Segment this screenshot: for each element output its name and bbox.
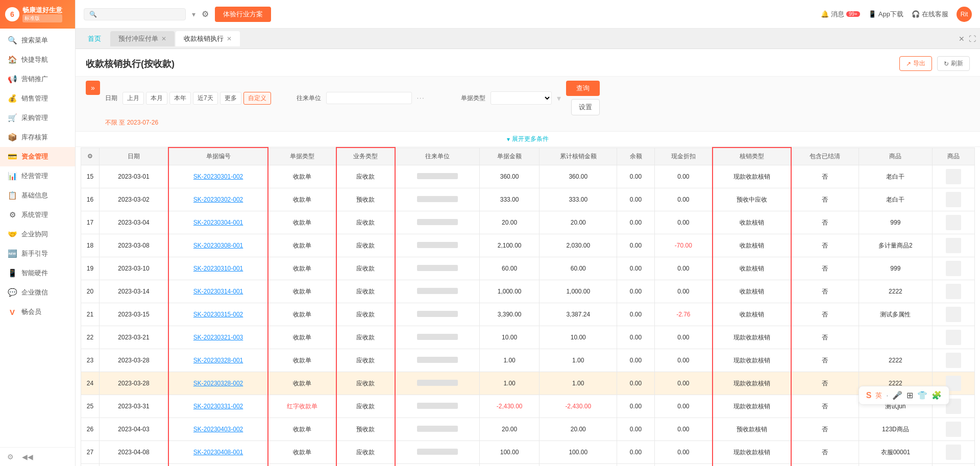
col-total-offset[interactable]: 累计核销金额 bbox=[540, 148, 617, 165]
sidebar-item-wechat[interactable]: 💬 企业微信 bbox=[0, 283, 75, 302]
settings-button[interactable]: 设置 bbox=[571, 99, 600, 115]
col-balance[interactable]: 余额 bbox=[617, 148, 655, 165]
bottom-settings-icon[interactable]: ⚙ bbox=[7, 453, 14, 461]
counterpart-input[interactable] bbox=[326, 92, 412, 104]
tab-home[interactable]: 首页 bbox=[80, 31, 109, 46]
sidebar-item-hardware[interactable]: 📱 智能硬件 bbox=[0, 263, 75, 283]
sidebar-item-sales[interactable]: 💰 销售管理 bbox=[0, 89, 75, 108]
sidebar-item-enterprise[interactable]: 🤝 企业协同 bbox=[0, 225, 75, 244]
col-product2[interactable]: 商品 bbox=[932, 148, 974, 165]
col-offset-type[interactable]: 核销类型 bbox=[713, 148, 791, 165]
date-btn-more[interactable]: 更多 bbox=[220, 92, 241, 105]
tab-payment-close-icon[interactable]: ✕ bbox=[161, 35, 166, 42]
sidebar-item-inventory[interactable]: 📦 库存核算 bbox=[0, 128, 75, 147]
cell-balance: 0.00 bbox=[617, 464, 655, 467]
watermark-puzzle-icon[interactable]: 🧩 bbox=[932, 390, 942, 400]
cell-total-offset: 100.00 bbox=[540, 464, 617, 467]
cell-no: 17 bbox=[81, 211, 100, 234]
col-counterpart[interactable]: 往来单位 bbox=[395, 148, 480, 165]
doc-no-link[interactable]: SK-20230403-002 bbox=[193, 426, 243, 433]
app-download-item[interactable]: 📱 App下载 bbox=[868, 10, 903, 19]
cell-offset-type: 现款收款核销 bbox=[713, 441, 791, 464]
sidebar-item-finance[interactable]: 💳 资金管理 bbox=[0, 147, 75, 166]
date-btn-this-month[interactable]: 本月 bbox=[146, 92, 167, 105]
date-btn-custom[interactable]: 自定义 bbox=[243, 92, 271, 105]
col-product[interactable]: 商品 bbox=[859, 148, 932, 165]
sidebar-item-shortcut[interactable]: 🏠 快捷导航 bbox=[0, 50, 75, 69]
refresh-button[interactable]: ↻ 刷新 bbox=[937, 56, 970, 71]
online-service-label: 在线客服 bbox=[922, 10, 948, 19]
doc-no-link[interactable]: SK-20230321-003 bbox=[193, 334, 243, 341]
watermark-grid-icon[interactable]: ⊞ bbox=[906, 390, 913, 400]
cell-cash-discount: 0.00 bbox=[654, 165, 713, 188]
query-button[interactable]: 查询 bbox=[566, 81, 600, 96]
notification-icon: 🔔 bbox=[821, 10, 829, 18]
notification-item[interactable]: 🔔 消息 99+ bbox=[821, 10, 860, 19]
doc-no-link[interactable]: SK-20230408-001 bbox=[193, 449, 243, 456]
doc-no-link[interactable]: SK-20230315-002 bbox=[193, 311, 243, 318]
expand-more-btn[interactable]: ▾ 展开更多条件 bbox=[507, 135, 549, 143]
tab-collection[interactable]: 收款核销执行 ✕ bbox=[176, 31, 240, 46]
topbar-gear-icon[interactable]: ⚙ bbox=[202, 9, 209, 19]
online-service-item[interactable]: 🎧 在线客服 bbox=[912, 10, 948, 19]
cell-date: 2023-03-15 bbox=[100, 303, 168, 326]
tab-collection-close-icon[interactable]: ✕ bbox=[227, 35, 232, 42]
date-btn-7days[interactable]: 近7天 bbox=[193, 92, 218, 105]
doc-no-link[interactable]: SK-20230302-002 bbox=[193, 196, 243, 203]
user-avatar[interactable]: Rit bbox=[957, 7, 972, 22]
solution-button[interactable]: 体验行业方案 bbox=[215, 7, 271, 22]
cell-balance: 0.00 bbox=[617, 418, 655, 441]
counterpart-dots[interactable]: ··· bbox=[417, 94, 425, 102]
expand-chevron-icon: ▾ bbox=[507, 136, 510, 143]
sidebar-item-member[interactable]: V 畅会员 bbox=[0, 302, 75, 322]
col-doc-type[interactable]: 单据类型 bbox=[268, 148, 336, 165]
col-doc-no[interactable]: 单据编号 bbox=[168, 148, 268, 165]
date-btn-last-month[interactable]: 上月 bbox=[122, 92, 144, 105]
voucher-type-select[interactable] bbox=[491, 91, 552, 105]
doc-no-link[interactable]: SK-20230310-001 bbox=[193, 265, 243, 272]
doc-no-link[interactable]: SK-20230304-001 bbox=[193, 219, 243, 226]
sidebar-item-operation[interactable]: 📊 经营管理 bbox=[0, 166, 75, 186]
sidebar-item-search[interactable]: 🔍 搜索菜单 bbox=[0, 31, 75, 50]
col-biz-type[interactable]: 业务类型 bbox=[336, 148, 395, 165]
sidebar-item-purchase[interactable]: 🛒 采购管理 bbox=[0, 108, 75, 128]
cell-cash-discount: 0.00 bbox=[654, 464, 713, 467]
cell-doc-no: SK-20230328-002 bbox=[168, 372, 268, 395]
col-settings[interactable]: ⚙ bbox=[81, 148, 100, 165]
cell-doc-type: 收款单 bbox=[268, 303, 336, 326]
sidebar-item-guide[interactable]: 🆕 新手引导 bbox=[0, 244, 75, 263]
cell-offset-type: 现款收款核销 bbox=[713, 326, 791, 349]
bottom-collapse-icon[interactable]: ◀◀ bbox=[22, 453, 33, 461]
col-amount[interactable]: 单据金额 bbox=[480, 148, 540, 165]
sidebar-item-marketing[interactable]: 📢 营销推广 bbox=[0, 69, 75, 89]
tab-payment[interactable]: 预付冲应付单 ✕ bbox=[110, 31, 175, 46]
col-cash-discount[interactable]: 现金折扣 bbox=[654, 148, 713, 165]
watermark-shirt-icon[interactable]: 👕 bbox=[917, 390, 927, 400]
doc-no-link[interactable]: SK-20230314-001 bbox=[193, 288, 243, 295]
tab-close-all-icon[interactable]: ✕ bbox=[959, 35, 965, 43]
tab-maximize-icon[interactable]: ⛶ bbox=[969, 35, 976, 43]
doc-no-link[interactable]: SK-20230328-001 bbox=[193, 357, 243, 364]
topbar-search-input[interactable] bbox=[100, 11, 172, 18]
doc-no-link[interactable]: SK-20230308-001 bbox=[193, 242, 243, 249]
cell-balance: 0.00 bbox=[617, 326, 655, 349]
filter-date-btns: 上月 本月 本年 近7天 更多 自定义 bbox=[122, 92, 271, 105]
cell-include-settled: 否 bbox=[791, 372, 859, 395]
sidebar-item-basic[interactable]: 📋 基础信息 bbox=[0, 186, 75, 205]
operation-icon: 📊 bbox=[7, 171, 17, 181]
cell-biz-type: 预收款 bbox=[336, 188, 395, 211]
sidebar-item-system[interactable]: ⚙ 系统管理 bbox=[0, 205, 75, 225]
watermark-mic-icon[interactable]: 🎤 bbox=[892, 390, 902, 400]
topbar-chevron-icon[interactable]: ▾ bbox=[192, 10, 195, 18]
cell-no: 26 bbox=[81, 418, 100, 441]
cell-product2 bbox=[932, 464, 974, 467]
doc-no-link[interactable]: SK-20230301-002 bbox=[193, 173, 243, 180]
export-button[interactable]: ↗ 导出 bbox=[899, 56, 932, 71]
col-date[interactable]: 日期 bbox=[100, 148, 168, 165]
doc-no-link[interactable]: SK-20230331-002 bbox=[193, 403, 243, 410]
col-include-settled[interactable]: 包含已结清 bbox=[791, 148, 859, 165]
cell-product: 测试多属性 bbox=[859, 303, 932, 326]
doc-no-link[interactable]: SK-20230328-002 bbox=[193, 380, 243, 387]
date-btn-this-year[interactable]: 本年 bbox=[169, 92, 191, 105]
filter-toggle-btn[interactable]: » bbox=[86, 81, 100, 95]
